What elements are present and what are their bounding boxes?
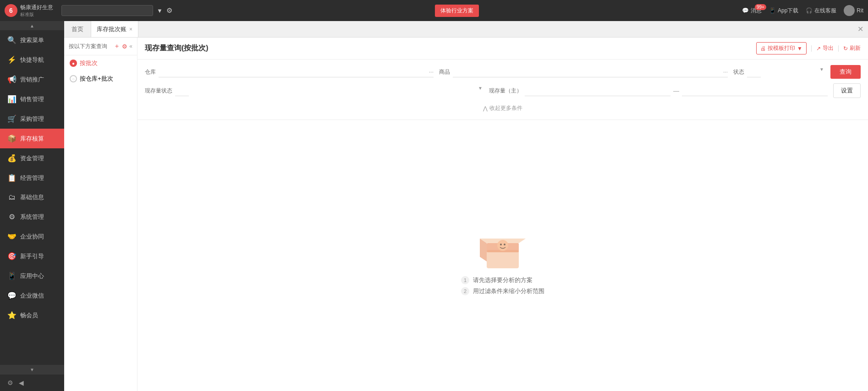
page-title: 现存量查询(按批次) xyxy=(145,43,209,53)
sidebar-items: 🔍 搜索菜单 ⚡ 快捷导航 📢 营销推广 📊 销售管理 🛒 采购管理 📦 xyxy=(0,30,64,365)
sidebar-scroll-up[interactable]: ▲ xyxy=(0,21,64,30)
query-btn[interactable]: 查询 xyxy=(830,65,861,79)
status-dropdown-icon: ▼ xyxy=(819,67,824,72)
status-select[interactable] xyxy=(747,67,761,77)
app-download-label: App下载 xyxy=(778,7,798,15)
warehouse-more-icon: ··· xyxy=(429,69,434,75)
logo-icon: 6 xyxy=(5,4,17,17)
sidebar-item-apps[interactable]: 📱 应用中心 xyxy=(0,266,64,286)
product-input[interactable] xyxy=(453,67,728,77)
scheme-settings-btn[interactable]: ⚙ xyxy=(122,42,127,50)
empty-svg xyxy=(475,216,530,271)
stock-status-select[interactable] xyxy=(175,86,189,96)
app-download-btn[interactable]: 📱 App下载 xyxy=(769,7,798,15)
warehouse-label: 仓库 xyxy=(145,68,156,76)
sidebar-item-marketing-label: 营销推广 xyxy=(20,76,44,84)
page-header: 现存量查询(按批次) 🖨 按模板打印 ▼ ↗ 导出 xyxy=(137,38,868,60)
add-scheme-btn[interactable]: ＋ xyxy=(114,42,120,50)
top-bar-right: 💬 消息 99+ 📱 App下载 🎧 在线客服 Rit xyxy=(742,5,863,16)
export-btn[interactable]: ↗ 导出 xyxy=(816,44,834,52)
search-dropdown-btn[interactable]: ▼ xyxy=(157,7,163,14)
sidebar-bottom: ⚙ ◀ xyxy=(0,374,64,391)
sidebar-item-finance[interactable]: 💰 资金管理 xyxy=(0,148,64,168)
status-label: 状态 xyxy=(733,68,744,76)
scheme-item-batch[interactable]: ● 按批次 xyxy=(64,55,137,71)
finance-icon: 💰 xyxy=(7,154,16,163)
refresh-btn-label: 刷新 xyxy=(850,44,861,52)
top-bar-center: 体验行业方案 xyxy=(435,5,479,17)
close-panel-btn[interactable]: ✕ xyxy=(857,25,863,33)
product-filter-field: 商品 ··· xyxy=(439,67,728,77)
tab-home[interactable]: 首页 xyxy=(64,21,91,37)
sidebar-item-enterprise[interactable]: 🤝 企业协同 xyxy=(0,227,64,246)
collapse-chevron-icon: « xyxy=(129,43,132,49)
filter-settings-btn[interactable]: 设置 xyxy=(833,83,861,98)
apps-icon: 📱 xyxy=(7,272,16,280)
user-name: Rit xyxy=(857,7,863,14)
panel-collapse-btn[interactable]: « xyxy=(129,42,132,50)
stock-status-filter-field: 现存量状态 ▼ xyxy=(145,86,483,96)
phone-icon: 📱 xyxy=(769,7,776,14)
sidebar-item-operations[interactable]: 📋 经营管理 xyxy=(0,168,64,188)
collapse-more-label: 收起更多条件 xyxy=(489,104,522,112)
scheme-active-dot: ● xyxy=(70,60,77,67)
sidebar-item-purchase[interactable]: 🛒 采购管理 xyxy=(0,109,64,129)
content-area: 首页 库存批次账 × ✕ 按以下方案查询 ＋ xyxy=(64,21,868,391)
sidebar-item-marketing[interactable]: 📢 营销推广 xyxy=(0,70,64,89)
sidebar-item-system[interactable]: ⚙ 系统管理 xyxy=(0,207,64,227)
sidebar-item-sales-label: 销售管理 xyxy=(20,95,44,103)
user-area[interactable]: Rit xyxy=(844,5,863,16)
left-panel-actions: ＋ ⚙ « xyxy=(114,42,132,50)
close-icon: × xyxy=(129,26,132,33)
filter-row-1: 仓库 ··· 商品 ··· xyxy=(145,65,861,79)
member-icon: ⭐ xyxy=(7,311,16,320)
stock-quantity-min-input[interactable] xyxy=(525,86,670,96)
page-content: 按以下方案查询 ＋ ⚙ « ● xyxy=(64,38,868,391)
sidebar-item-wechat[interactable]: 💬 企业微信 xyxy=(0,286,64,305)
sidebar-item-basic[interactable]: 🗂 基础信息 xyxy=(0,188,64,207)
sidebar-settings-btn[interactable]: ⚙ xyxy=(7,379,13,386)
scheme-active-icon: ● xyxy=(72,61,75,66)
tab-inventory-batch-label: 库存批次账 xyxy=(97,25,126,33)
logo-text: 畅康通好生意 xyxy=(20,4,53,11)
print-btn[interactable]: 🖨 按模板打印 ▼ xyxy=(756,42,807,54)
sidebar-collapse-btn[interactable]: ◀ xyxy=(19,379,24,386)
sidebar-item-member[interactable]: ⭐ 畅会员 xyxy=(0,305,64,325)
print-dropdown-icon: ▼ xyxy=(797,45,802,52)
sidebar-item-system-label: 系统管理 xyxy=(20,213,44,221)
product-label: 商品 xyxy=(439,68,450,76)
left-panel-title: 按以下方案查询 xyxy=(69,43,107,50)
sidebar-item-enterprise-label: 企业协同 xyxy=(20,233,44,241)
plus-icon: ＋ xyxy=(114,42,120,49)
filter-area: 仓库 ··· 商品 ··· xyxy=(137,60,868,120)
tab-close-btn[interactable]: × xyxy=(129,26,132,33)
sidebar-item-newguide[interactable]: 🎯 新手引导 xyxy=(0,246,64,266)
sidebar-item-inventory[interactable]: 📦 库存核算 xyxy=(0,129,64,148)
sidebar-item-sales[interactable]: 📊 销售管理 xyxy=(0,89,64,109)
top-gear-btn[interactable]: ⚙ xyxy=(166,6,172,15)
collapse-more-btn[interactable]: ⋀ 收起更多条件 xyxy=(145,103,861,114)
top-bar: 6 畅康通好生意 标准版 ▼ ⚙ 体验行业方案 💬 消息 99+ 📱 App下载… xyxy=(0,0,868,21)
trial-btn[interactable]: 体验行业方案 xyxy=(435,5,479,17)
sidebar-item-search[interactable]: 🔍 搜索菜单 xyxy=(0,30,64,50)
stock-quantity-max-input[interactable] xyxy=(682,86,828,96)
stock-status-dropdown-icon: ▼ xyxy=(478,86,483,91)
sidebar-item-apps-label: 应用中心 xyxy=(20,272,44,280)
tab-inventory-batch[interactable]: 库存批次账 × xyxy=(91,21,138,37)
product-more-btn[interactable]: ··· xyxy=(723,69,728,75)
sidebar-item-shortcut[interactable]: ⚡ 快捷导航 xyxy=(0,50,64,70)
service-icon: 🎧 xyxy=(806,7,813,14)
scheme-item-warehouse-batch[interactable]: ○ 按仓库+批次 xyxy=(64,71,137,87)
sidebar-item-basic-label: 基础信息 xyxy=(20,193,44,201)
sidebar-scroll-down[interactable]: ▼ xyxy=(0,365,64,374)
messages-btn[interactable]: 💬 消息 99+ xyxy=(742,7,762,15)
basic-icon: 🗂 xyxy=(7,193,16,201)
empty-state: 1 请先选择要分析的方案 2 用过滤条件来缩小分析范围 xyxy=(137,120,868,391)
logo-text-area: 畅康通好生意 标准版 xyxy=(20,4,53,18)
warehouse-input[interactable] xyxy=(159,67,434,77)
sidebar-item-purchase-label: 采购管理 xyxy=(20,115,44,123)
refresh-btn[interactable]: ↻ 刷新 xyxy=(843,44,861,52)
online-service-btn[interactable]: 🎧 在线客服 xyxy=(806,7,836,15)
warehouse-more-btn[interactable]: ··· xyxy=(429,69,434,75)
top-search-input[interactable] xyxy=(61,5,153,16)
